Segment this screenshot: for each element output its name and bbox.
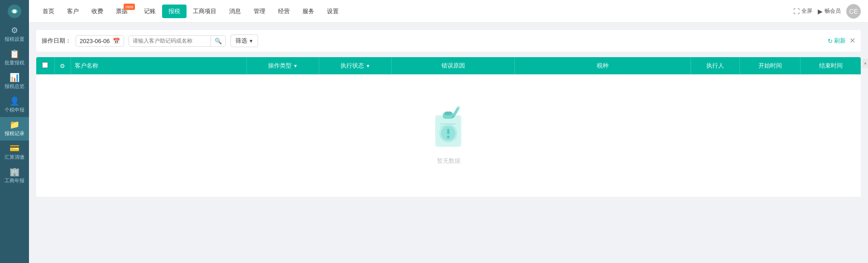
col-customer-name: 客户名称	[71, 57, 246, 74]
col-end-time: 结束时间	[801, 57, 861, 74]
search-button[interactable]: 🔍	[211, 36, 225, 46]
sidebar-item-huisuan-jiaona[interactable]: 💳 汇算清缴	[0, 141, 29, 164]
avatar[interactable]: CE	[846, 4, 861, 19]
member-icon: ▶	[818, 8, 823, 15]
sidebar-item-geshui-shenbao[interactable]: 👤 个税申报	[0, 93, 29, 117]
col-settings-header: ⚙	[54, 57, 71, 74]
sidebar-item-baoshui-shezhi[interactable]: ⚙ 报税设置	[0, 23, 29, 46]
sidebar-item-label: 报税总览	[5, 83, 24, 90]
batch-icon: 📋	[10, 50, 19, 58]
topnav-right: ⛶ 全屏 ▶ 畅会员 CE	[793, 4, 861, 19]
main-area: 首页 客户 收费 票据 new 记账 报税 工商项目 消息 管理 经营 服务 设…	[29, 0, 868, 263]
svg-point-1	[13, 10, 16, 13]
fullscreen-button[interactable]: ⛶ 全屏	[793, 7, 812, 15]
nav-shoufei[interactable]: 收费	[85, 0, 110, 23]
personal-tax-icon: 👤	[10, 97, 19, 105]
close-button[interactable]: ✕	[849, 37, 855, 44]
col-exec-status: 执行状态 ▼	[319, 57, 392, 74]
col-operation-type: 操作类型 ▼	[246, 57, 319, 74]
sidebar: ⚙ 报税设置 📋 批量报税 📊 报税总览 👤 个税申报 📁 报税记录 💳 汇算清…	[0, 0, 29, 263]
empty-illustration	[428, 106, 469, 151]
fullscreen-label: 全屏	[801, 7, 812, 15]
member-label: 畅会员	[825, 7, 841, 15]
avatar-text: CE	[849, 8, 858, 15]
sort-icon: ▼	[366, 63, 370, 68]
sidebar-item-baoshui-zonglan[interactable]: 📊 报税总览	[0, 70, 29, 93]
nav-shezhi[interactable]: 设置	[321, 0, 345, 23]
svg-point-9	[447, 136, 450, 138]
page-body: 操作日期： 2023-06-06 📅 🔍 筛选 ▼ ↻ 刷新 ✕	[29, 23, 868, 263]
sort-icon: ▼	[293, 63, 297, 68]
col-tax-type: 税种	[515, 57, 691, 74]
sidebar-item-piliang-baoshui[interactable]: 📋 批量报税	[0, 46, 29, 70]
search-box: 🔍	[129, 35, 226, 47]
overview-icon: 📊	[10, 73, 19, 82]
top-navigation: 首页 客户 收费 票据 new 记账 报税 工商项目 消息 管理 经营 服务 设…	[29, 0, 868, 23]
data-table: ⚙ 客户名称 操作类型 ▼ 执行状态 ▼	[36, 57, 861, 197]
empty-state-cell: 暂无数据	[36, 74, 861, 197]
nav-guanli[interactable]: 管理	[247, 0, 272, 23]
search-input[interactable]	[129, 36, 211, 46]
nav-customer[interactable]: 客户	[61, 0, 85, 23]
col-checkbox	[36, 57, 54, 74]
col-start-time: 开始时间	[740, 57, 801, 74]
member-button[interactable]: ▶ 畅会员	[818, 7, 841, 15]
refresh-icon: ↻	[828, 38, 833, 44]
sidebar-item-label: 报税设置	[5, 36, 24, 43]
sidebar-item-label: 个税申报	[5, 107, 24, 113]
nav-piaoju[interactable]: 票据 new	[110, 0, 138, 23]
sidebar-item-baoshui-jilu[interactable]: 📁 报税记录	[0, 117, 29, 141]
filter-button[interactable]: 筛选 ▼	[230, 34, 259, 47]
toolbar-right: ↻ 刷新 ✕	[828, 37, 855, 45]
sidebar-logo	[0, 0, 29, 23]
fullscreen-icon: ⛶	[793, 8, 800, 15]
chevron-down-icon: ▼	[249, 39, 254, 44]
empty-state: 暂无数据	[40, 79, 857, 192]
nav-jizhang[interactable]: 记账	[138, 0, 162, 23]
record-icon: 📁	[10, 121, 19, 129]
sidebar-item-label: 批量报税	[5, 59, 24, 66]
sidebar-item-gongshang-nianbao[interactable]: 🏢 工商年报	[0, 164, 29, 188]
col-executor: 执行人	[691, 57, 740, 74]
settings-icon: ⚙	[11, 26, 18, 34]
filter-label: 筛选	[235, 37, 247, 45]
date-label: 操作日期：	[42, 37, 71, 45]
empty-text: 暂无数据	[437, 157, 460, 165]
toolbar: 操作日期： 2023-06-06 📅 🔍 筛选 ▼ ↻ 刷新 ✕	[36, 30, 861, 52]
nav-fuwu[interactable]: 服务	[296, 0, 321, 23]
svg-rect-8	[447, 129, 449, 134]
payment-icon: 💳	[10, 144, 19, 152]
refresh-button[interactable]: ↻ 刷新	[828, 37, 846, 45]
sidebar-item-label: 汇算清缴	[5, 154, 24, 161]
sidebar-item-label: 报税记录	[5, 130, 24, 137]
select-all-checkbox[interactable]	[42, 62, 48, 68]
calendar-icon: 📅	[113, 38, 120, 44]
nav-home[interactable]: 首页	[36, 0, 61, 23]
svg-rect-13	[440, 123, 456, 125]
data-table-wrap: ⚙ 客户名称 操作类型 ▼ 执行状态 ▼	[36, 57, 861, 197]
nav-jingying[interactable]: 经营	[272, 0, 296, 23]
nav-baoshui[interactable]: 报税	[162, 5, 187, 18]
svg-rect-5	[445, 112, 452, 115]
nav-gongshang-xiangmu[interactable]: 工商项目	[187, 0, 223, 23]
new-badge: new	[124, 4, 135, 10]
sidebar-item-label: 工商年报	[5, 177, 24, 184]
refresh-label: 刷新	[834, 37, 846, 45]
date-value: 2023-06-06	[80, 38, 110, 44]
column-settings-icon[interactable]: ⚙	[60, 63, 65, 69]
annual-report-icon: 🏢	[10, 168, 19, 176]
col-error-reason: 错误原因	[392, 57, 515, 74]
svg-rect-14	[440, 126, 453, 127]
nav-xiaoxi[interactable]: 消息	[223, 0, 247, 23]
search-icon: 🔍	[215, 38, 222, 44]
date-picker[interactable]: 2023-06-06 📅	[76, 35, 124, 47]
